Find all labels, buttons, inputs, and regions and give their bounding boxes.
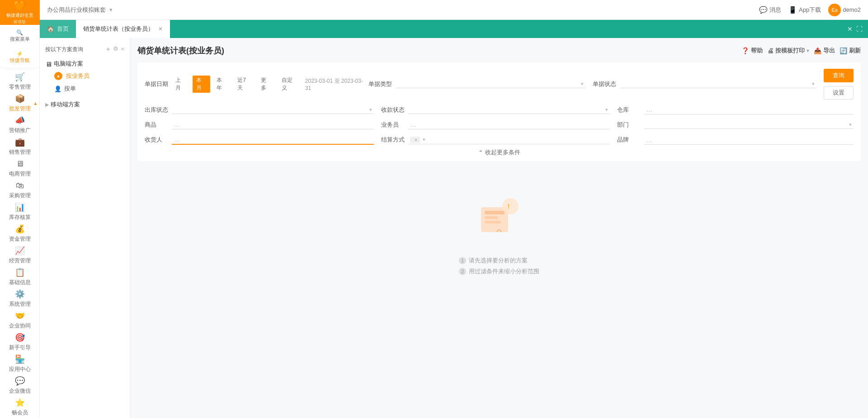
mobile-section-group: ▶ 移动端方案 (40, 97, 130, 112)
left-panel-header: 按以下方案查询 + ⚙ « (40, 43, 130, 56)
sidebar-item-marketing[interactable]: 📣 营销推广 (0, 114, 40, 136)
doc-type-select[interactable]: ▾ (396, 80, 585, 88)
date-btn-custom[interactable]: 自定义 (278, 76, 302, 93)
sidebar-item-newbie[interactable]: 🎯 新手引导 (0, 331, 40, 353)
help-btn[interactable]: ❓ 帮助 (741, 47, 763, 55)
tabbar-actions: ✕ ⛶ (847, 25, 868, 33)
mobile-section-title[interactable]: ▶ 移动端方案 (45, 99, 124, 110)
department-select[interactable]: ▾ (644, 121, 854, 129)
sidebar-search-label: 搜索菜单 (10, 36, 30, 43)
goods-input[interactable]: … (172, 120, 374, 129)
svg-point-4 (502, 198, 519, 214)
department-arrow: ▾ (849, 122, 852, 128)
query-button[interactable]: 查询 (824, 69, 854, 82)
sidebar-item-appstore[interactable]: 🏪 应用中心 (0, 353, 40, 375)
sidebar: 🧡 畅捷通好生意 标准版 🔍 搜索菜单 ⚡ 快捷导航 🛒 零售管理 📦 批发管理… (0, 0, 40, 418)
tab-home[interactable]: 🏠 首页 (40, 20, 76, 38)
wholesale-arrow: ▲ (33, 101, 38, 106)
sidebar-item-system[interactable]: ⚙️ 系统管理 (0, 288, 40, 309)
app-download-label: App下载 (799, 6, 821, 14)
tab-sales-stat[interactable]: 销货单统计表（按业务员） ✕ (76, 20, 170, 38)
sidebar-item-basic[interactable]: 📋 基础信息 (0, 266, 40, 288)
message-icon: 💬 (759, 6, 768, 14)
print-btn[interactable]: 🖨 按模板打印 ▾ (767, 47, 809, 55)
warehouse-input[interactable]: … (644, 105, 854, 114)
out-status-select[interactable]: ▾ (172, 106, 374, 114)
sidebar-item-quick[interactable]: ⚡ 快捷导航 (0, 47, 40, 68)
brand-dots: … (646, 136, 652, 143)
message-btn[interactable]: 💬 消息 (759, 6, 781, 14)
tab-expand-icon[interactable]: ⛶ (856, 25, 863, 33)
consignee-label: 收货人 (145, 136, 172, 144)
consignee-input[interactable]: … (172, 135, 374, 145)
breadcrumb-arrow[interactable]: ▾ (109, 6, 113, 13)
refresh-btn[interactable]: 🔄 刷新 (840, 47, 861, 55)
collect-status-arrow: ▾ (605, 107, 608, 113)
date-btn-last-month[interactable]: 上月 (172, 76, 190, 93)
sidebar-item-finance[interactable]: 💰 资金管理 (0, 223, 40, 244)
date-btn-more[interactable]: 更多 (257, 76, 275, 93)
quick-icon: ⚡ (16, 51, 23, 57)
sidebar-purchase-label: 采购管理 (9, 192, 31, 200)
message-label: 消息 (769, 6, 781, 14)
sidebar-item-sales[interactable]: 💼 销售管理 (0, 136, 40, 157)
settings-scheme-btn[interactable]: ⚙ (113, 45, 118, 53)
user-avatar: Ea (828, 4, 841, 16)
sidebar-item-stock[interactable]: 📊 库存核算 (0, 201, 40, 223)
tip-num-2: 2 (459, 268, 466, 275)
settlement-select[interactable]: × ▾ (408, 136, 610, 144)
collapse-icon: ⌃ (478, 149, 483, 156)
active-scheme-icon: ● (54, 72, 62, 80)
svg-text:!: ! (508, 203, 509, 210)
sales-icon: 💼 (15, 137, 25, 147)
warehouse-dots: … (646, 106, 652, 113)
sidebar-item-ecommerce[interactable]: 🖥 电商管理 (0, 157, 40, 179)
app-logo[interactable]: 🧡 畅捷通好生意 标准版 (0, 0, 40, 25)
sidebar-item-wholesale[interactable]: 📦 批发管理 ▲ (0, 92, 40, 114)
sidebar-item-corp[interactable]: 🤝 企业协同 (0, 309, 40, 331)
filter-department: 部门 ▾ (617, 121, 854, 129)
pc-section-title[interactable]: 🖥 电脑端方案 (45, 58, 124, 70)
filter-salesman: 业务员 … (381, 120, 618, 129)
sidebar-ecommerce-label: 电商管理 (9, 170, 31, 178)
left-panel-title: 按以下方案查询 (45, 46, 83, 53)
empty-tip-1: 1 请先选择要分析的方案 (459, 256, 539, 265)
add-scheme-btn[interactable]: + (106, 45, 110, 53)
settings-button[interactable]: 设置 (824, 86, 854, 100)
salesman-input[interactable]: … (408, 120, 610, 129)
sidebar-item-member[interactable]: ⭐ 畅会员 (0, 396, 40, 418)
breadcrumb: 办公用品行业模拟账套 (47, 6, 106, 14)
page-title-text: 销货单统计表(按业务员) (137, 45, 224, 56)
settlement-tag-close[interactable]: × (415, 137, 417, 142)
sidebar-item-retail[interactable]: 🛒 零售管理 (0, 71, 40, 92)
sidebar-item-purchase[interactable]: 🛍 采购管理 (0, 179, 40, 201)
collapse-btn[interactable]: ⌃ 收起更多条件 (478, 148, 520, 157)
warehouse-label: 仓库 (617, 106, 644, 114)
collect-status-select[interactable]: ▾ (408, 106, 610, 114)
basic-icon: 📋 (15, 267, 25, 277)
export-btn[interactable]: 📤 导出 (814, 47, 835, 55)
scheme-by-salesman[interactable]: ● 按业务员 (45, 70, 124, 82)
home-icon: 🏠 (47, 26, 54, 33)
tab-close-all-icon[interactable]: ✕ (847, 25, 853, 33)
export-icon: 📤 (814, 47, 821, 54)
sidebar-item-search[interactable]: 🔍 搜索菜单 (0, 25, 40, 47)
print-arrow: ▾ (807, 48, 809, 54)
filter-goods: 商品 … (145, 120, 381, 129)
logo-icon: 🧡 (14, 0, 26, 12)
brand-input[interactable]: … (644, 135, 854, 145)
date-btn-this-year[interactable]: 本年 (213, 76, 231, 93)
sidebar-item-operation[interactable]: 📈 经营管理 (0, 244, 40, 266)
tab-close-icon[interactable]: ✕ (158, 26, 163, 32)
sidebar-item-wechat[interactable]: 💬 企业微信 (0, 375, 40, 396)
user-menu[interactable]: Ea demo2 (828, 4, 861, 16)
user-name: demo2 (843, 6, 861, 13)
left-panel: 按以下方案查询 + ⚙ « 🖥 电脑端方案 ● 按业务员 (40, 38, 130, 418)
scheme-by-order[interactable]: 👤 按单 (45, 82, 124, 95)
doc-status-select[interactable]: ▾ (620, 80, 816, 88)
date-btn-7days[interactable]: 近7天 (234, 76, 255, 93)
goods-label: 商品 (145, 121, 172, 129)
collapse-panel-btn[interactable]: « (121, 45, 124, 53)
date-btn-this-month[interactable]: 本月 (193, 76, 211, 93)
app-download-btn[interactable]: 📱 App下载 (788, 6, 821, 14)
